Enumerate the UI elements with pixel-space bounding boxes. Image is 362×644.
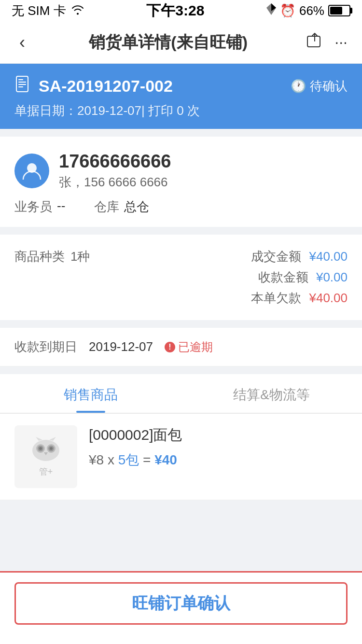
- battery-percent: 66%: [299, 3, 324, 18]
- status-bar-left: 无 SIM 卡: [12, 2, 84, 19]
- product-price: ¥8: [89, 452, 104, 467]
- product-thumbnail: 管+: [14, 425, 77, 488]
- product-image: 管+: [14, 425, 77, 488]
- svg-rect-5: [18, 86, 23, 87]
- svg-rect-0: [307, 36, 320, 47]
- customer-name: 张，156 6666 6666: [59, 174, 171, 191]
- table-row: 管+ [0000002]面包 ¥8 x 5包 = ¥40: [0, 414, 362, 500]
- brand-text: 管+: [29, 466, 63, 477]
- order-icon: [14, 75, 32, 97]
- nav-actions: ···: [306, 32, 348, 53]
- status-clock-icon: 🕐: [291, 79, 306, 94]
- svg-rect-2: [18, 79, 23, 80]
- collected-label: 收款金额: [258, 269, 308, 286]
- stats-left: 商品种类 1种: [14, 248, 90, 265]
- sales-person: 业务员 --: [14, 198, 65, 215]
- customer-meta: 业务员 -- 仓库 总仓: [14, 198, 348, 215]
- back-button[interactable]: ‹: [14, 28, 30, 57]
- order-id-text: SA-20191207-002: [39, 77, 173, 96]
- due-date-card: 收款到期日 2019-12-07 ! 已逾期: [0, 328, 362, 366]
- alarm-icon: ⏰: [280, 3, 295, 18]
- product-qty: 5包: [118, 452, 139, 467]
- tab-settlement[interactable]: 结算&物流等: [181, 374, 362, 413]
- date-value: 2019-12-07: [77, 103, 141, 118]
- svg-rect-3: [18, 82, 26, 83]
- status-text: 待确认: [310, 78, 348, 95]
- stats-category: 商品种类 1种: [14, 248, 90, 265]
- warehouse: 仓库 总仓: [94, 198, 149, 215]
- stats-row-0: 成交金额 ¥40.00: [251, 248, 348, 265]
- amount-value: ¥40.00: [309, 249, 348, 264]
- order-id-section: SA-20191207-002: [14, 75, 173, 97]
- svg-point-7: [32, 440, 59, 461]
- status-bar-right: ⏰ 66%: [266, 3, 350, 18]
- overdue-dot-icon: !: [165, 342, 175, 352]
- product-list: 管+ [0000002]面包 ¥8 x 5包 = ¥40: [0, 414, 362, 500]
- category-value: 1种: [70, 248, 90, 265]
- customer-card: 17666666666 张，156 6666 6666 业务员 -- 仓库 总仓: [0, 137, 362, 227]
- tab-settlement-label: 结算&物流等: [233, 387, 310, 402]
- warehouse-value: 总仓: [124, 198, 149, 215]
- status-bar-time: 下午3:28: [146, 1, 204, 21]
- tab-sales-label: 销售商品: [64, 387, 118, 402]
- svg-point-13: [50, 447, 53, 450]
- stats-row-2: 本单欠款 ¥40.00: [251, 290, 348, 307]
- collected-value: ¥0.00: [316, 270, 348, 285]
- tab-sales-products[interactable]: 销售商品: [0, 374, 181, 413]
- stats-card: 商品种类 1种 成交金额 ¥40.00 收款金额 ¥0.00 本单欠款 ¥40.…: [0, 235, 362, 320]
- status-bar: 无 SIM 卡 下午3:28 ⏰ 66%: [0, 0, 362, 21]
- order-status: 🕐 待确认: [291, 78, 348, 95]
- owed-value: ¥40.00: [309, 291, 348, 306]
- due-date-value: 2019-12-07: [89, 339, 153, 354]
- customer-phone: 17666666666: [59, 151, 171, 172]
- location-icon: [266, 3, 276, 18]
- customer-avatar: [14, 154, 49, 188]
- category-label: 商品种类: [14, 248, 65, 265]
- due-date-label: 收款到期日: [14, 338, 77, 355]
- product-name: [0000002]面包: [89, 425, 348, 445]
- more-icon[interactable]: ···: [334, 33, 348, 51]
- sales-label: 业务员: [14, 198, 52, 215]
- sales-value: --: [57, 198, 65, 215]
- print-count: | 打印 0 次: [141, 103, 200, 118]
- stats-row-1: 收款金额 ¥0.00: [258, 269, 348, 286]
- wifi-icon: [71, 3, 84, 18]
- svg-point-12: [39, 447, 42, 450]
- overdue-text: 已逾期: [178, 339, 213, 355]
- product-info: [0000002]面包 ¥8 x 5包 = ¥40: [89, 425, 348, 469]
- confirm-button-wrapper: 旺铺订单确认: [0, 571, 362, 644]
- order-header: SA-20191207-002 🕐 待确认 单据日期：2019-12-07| 打…: [0, 64, 362, 129]
- nav-bar: ‹ 销货单详情(来自旺铺) ···: [0, 21, 362, 64]
- page-title: 销货单详情(来自旺铺): [89, 31, 248, 54]
- multiply-symbol: x: [108, 452, 118, 467]
- stats-right: 成交金额 ¥40.00 收款金额 ¥0.00 本单欠款 ¥40.00: [251, 248, 348, 307]
- product-price-row: ¥8 x 5包 = ¥40: [89, 451, 348, 469]
- battery-icon: [328, 5, 350, 16]
- owed-label: 本单欠款: [251, 290, 301, 307]
- warehouse-label: 仓库: [94, 198, 119, 215]
- product-placeholder-icon: [29, 436, 63, 466]
- amount-label: 成交金额: [251, 248, 301, 265]
- carrier-label: 无 SIM 卡: [12, 2, 66, 19]
- date-label: 单据日期：: [14, 103, 77, 118]
- equals-symbol: =: [139, 452, 154, 467]
- overdue-badge: ! 已逾期: [165, 339, 213, 355]
- order-date-row: 单据日期：2019-12-07| 打印 0 次: [14, 102, 348, 119]
- share-icon[interactable]: [306, 32, 323, 53]
- svg-rect-4: [18, 84, 26, 85]
- product-total: ¥40: [154, 452, 177, 467]
- tabs-bar: 销售商品 结算&物流等: [0, 374, 362, 414]
- confirm-order-button[interactable]: 旺铺订单确认: [14, 582, 348, 625]
